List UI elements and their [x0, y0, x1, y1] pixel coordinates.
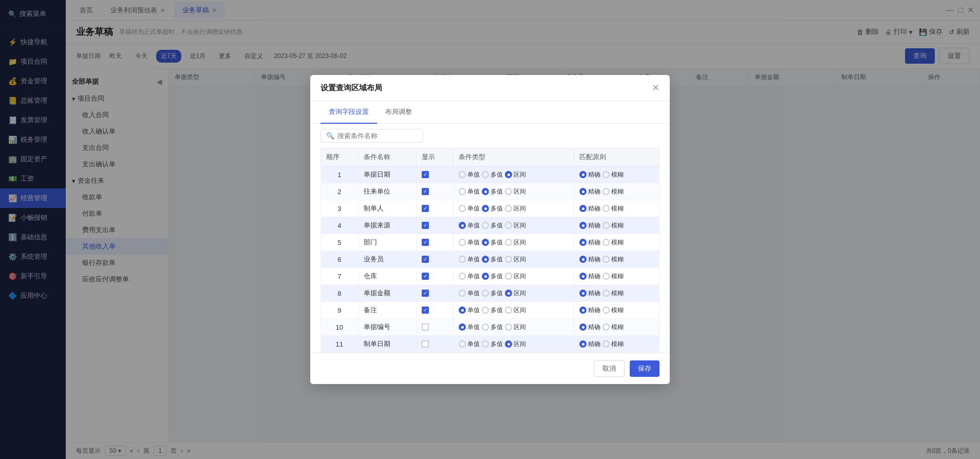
radio-match-模糊-10[interactable]: 模糊	[602, 323, 624, 332]
checkbox-empty-10[interactable]	[422, 323, 429, 331]
checkbox-checked-3[interactable]	[422, 205, 429, 212]
radio-多值-9[interactable]: 多值	[482, 306, 503, 315]
radio-dot	[482, 273, 489, 280]
radio-单值-5[interactable]: 单值	[459, 238, 480, 247]
modal-tab-fields[interactable]: 查询字段设置	[321, 101, 377, 124]
radio-dot	[459, 273, 466, 280]
cell-display[interactable]	[416, 319, 454, 336]
radio-dot	[602, 323, 610, 331]
checkbox-checked-6[interactable]	[422, 256, 429, 263]
radio-match-精确-9[interactable]: 精确	[579, 306, 600, 315]
radio-区间-6[interactable]: 区间	[505, 255, 526, 264]
radio-match-精确-10[interactable]: 精确	[579, 323, 600, 332]
radio-match-精确-4[interactable]: 精确	[579, 221, 600, 230]
radio-dot	[459, 171, 466, 178]
modal-save-button[interactable]: 保存	[630, 360, 659, 377]
radio-match-模糊-3[interactable]: 模糊	[602, 204, 624, 213]
radio-多值-7[interactable]: 多值	[482, 272, 503, 281]
radio-match-精确-1[interactable]: 精确	[579, 170, 600, 179]
radio-区间-4[interactable]: 区间	[505, 221, 526, 230]
radio-label: 多值	[491, 323, 503, 332]
radio-区间-7[interactable]: 区间	[505, 272, 526, 281]
cell-display[interactable]	[416, 200, 454, 217]
checkbox-checked-4[interactable]	[422, 222, 429, 229]
radio-多值-4[interactable]: 多值	[482, 221, 503, 230]
radio-单值-2[interactable]: 单值	[459, 187, 480, 196]
radio-match-精确-7[interactable]: 精确	[579, 272, 600, 281]
cell-display[interactable]	[416, 268, 454, 285]
modal-table-row: 5部门 单值 多值 区间 精确 模糊	[321, 234, 659, 251]
radio-区间-10[interactable]: 区间	[505, 323, 526, 332]
radio-单值-11[interactable]: 单值	[459, 340, 480, 349]
radio-单值-1[interactable]: 单值	[459, 170, 480, 179]
radio-match-精确-6[interactable]: 精确	[579, 255, 600, 264]
cell-type: 单值 多值 区间	[454, 285, 574, 302]
radio-label: 精确	[588, 170, 600, 179]
cell-display[interactable]	[416, 251, 454, 268]
radio-match-模糊-11[interactable]: 模糊	[602, 340, 624, 349]
radio-dot	[459, 323, 466, 331]
cell-order: 1	[321, 166, 359, 183]
radio-区间-1[interactable]: 区间	[505, 170, 526, 179]
radio-区间-9[interactable]: 区间	[505, 306, 526, 315]
checkbox-checked-5[interactable]	[422, 239, 429, 246]
radio-单值-3[interactable]: 单值	[459, 204, 480, 213]
radio-match-模糊-9[interactable]: 模糊	[602, 306, 624, 315]
cell-display[interactable]	[416, 166, 454, 183]
cell-display[interactable]	[416, 234, 454, 251]
radio-match-模糊-7[interactable]: 模糊	[602, 272, 624, 281]
radio-单值-9[interactable]: 单值	[459, 306, 480, 315]
radio-单值-10[interactable]: 单值	[459, 323, 480, 332]
cell-display[interactable]	[416, 217, 454, 234]
radio-match-模糊-6[interactable]: 模糊	[602, 255, 624, 264]
radio-多值-5[interactable]: 多值	[482, 238, 503, 247]
radio-match-模糊-5[interactable]: 模糊	[602, 238, 624, 247]
radio-多值-1[interactable]: 多值	[482, 170, 503, 179]
radio-多值-3[interactable]: 多值	[482, 204, 503, 213]
modal-search-input[interactable]	[337, 132, 418, 140]
radio-区间-11[interactable]: 区间	[505, 340, 526, 349]
cell-display[interactable]	[416, 336, 454, 353]
radio-单值-7[interactable]: 单值	[459, 272, 480, 281]
radio-单值-8[interactable]: 单值	[459, 289, 480, 298]
modal-search-box[interactable]: 🔍	[321, 129, 423, 143]
radio-match-精确-11[interactable]: 精确	[579, 340, 600, 349]
radio-区间-2[interactable]: 区间	[505, 187, 526, 196]
cell-type: 单值 多值 区间	[454, 302, 574, 319]
checkbox-checked-1[interactable]	[422, 171, 429, 178]
modal-table-row: 11制单日期 单值 多值 区间 精确 模糊	[321, 336, 659, 353]
cancel-button[interactable]: 取消	[594, 360, 625, 377]
radio-区间-3[interactable]: 区间	[505, 204, 526, 213]
radio-多值-10[interactable]: 多值	[482, 323, 503, 332]
cell-type: 单值 多值 区间	[454, 234, 574, 251]
radio-单值-4[interactable]: 单值	[459, 221, 480, 230]
checkbox-empty-11[interactable]	[422, 340, 429, 348]
checkbox-checked-8[interactable]	[422, 290, 429, 297]
radio-区间-8[interactable]: 区间	[505, 289, 526, 298]
radio-dot	[505, 256, 512, 263]
radio-dot	[579, 256, 587, 263]
radio-区间-5[interactable]: 区间	[505, 238, 526, 247]
radio-match-精确-2[interactable]: 精确	[579, 187, 600, 196]
modal-tab-layout[interactable]: 布局调整	[377, 101, 420, 124]
radio-多值-2[interactable]: 多值	[482, 187, 503, 196]
radio-match-精确-3[interactable]: 精确	[579, 204, 600, 213]
radio-多值-6[interactable]: 多值	[482, 255, 503, 264]
checkbox-checked-9[interactable]	[422, 307, 429, 314]
radio-match-精确-5[interactable]: 精确	[579, 238, 600, 247]
modal-close-button[interactable]: ✕	[652, 82, 659, 93]
radio-match-模糊-8[interactable]: 模糊	[602, 289, 624, 298]
cell-display[interactable]	[416, 302, 454, 319]
radio-match-精确-8[interactable]: 精确	[579, 289, 600, 298]
cell-display[interactable]	[416, 285, 454, 302]
radio-match-模糊-4[interactable]: 模糊	[602, 221, 624, 230]
radio-多值-11[interactable]: 多值	[482, 340, 503, 349]
cell-display[interactable]	[416, 183, 454, 200]
radio-match-模糊-1[interactable]: 模糊	[602, 170, 624, 179]
radio-多值-8[interactable]: 多值	[482, 289, 503, 298]
radio-单值-6[interactable]: 单值	[459, 255, 480, 264]
radio-label: 单值	[467, 289, 480, 298]
checkbox-checked-2[interactable]	[422, 188, 429, 195]
radio-match-模糊-2[interactable]: 模糊	[602, 187, 624, 196]
checkbox-checked-7[interactable]	[422, 273, 429, 280]
